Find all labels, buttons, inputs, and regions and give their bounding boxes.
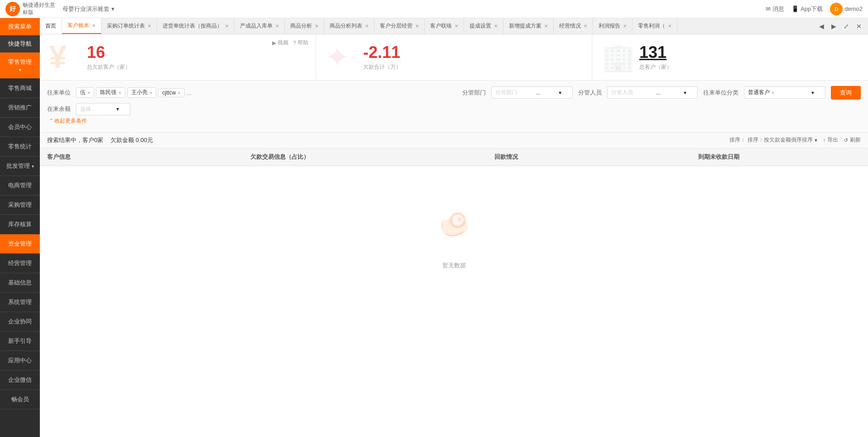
- sidebar-search[interactable]: 搜索菜单: [0, 18, 40, 35]
- sidebar-item-member[interactable]: 会员中心: [0, 118, 40, 137]
- app-download-button[interactable]: 📱 App下载: [791, 5, 823, 13]
- tab-close-product-warehousing[interactable]: ✕: [275, 24, 279, 28]
- sidebar-item-company-coop[interactable]: 企业协同: [0, 312, 40, 332]
- app-selector[interactable]: 母婴行业演示账套 ▾: [59, 3, 118, 15]
- query-button[interactable]: 查询: [831, 86, 861, 100]
- tab-close-improve-settings[interactable]: ✕: [494, 24, 498, 28]
- filter-tag-chen[interactable]: 陈民强 ×: [96, 87, 125, 98]
- logo-area: 好 畅捷通好生意 标版: [5, 2, 55, 16]
- chevron-down-person: ▾: [684, 90, 686, 96]
- tab-close-incoming-stats[interactable]: ✕: [225, 24, 229, 28]
- stats-row: ¥ 16 总欠款客户（家） ▶ 视频 ? 帮助 ✦ -2.11: [40, 34, 868, 81]
- tab-close-customer-tiered[interactable]: ✕: [415, 24, 419, 28]
- avatar: D: [830, 3, 843, 15]
- collapse-row: ⌃ 收起更多条件: [47, 115, 861, 127]
- filter-row-2: 在来余额 选择... ▾: [47, 103, 861, 115]
- tab-customer-accounts[interactable]: 客户账本 ✕: [62, 18, 101, 34]
- empty-icon: [432, 202, 477, 256]
- empty-state: 暂无数据: [40, 166, 868, 306]
- sidebar-nav[interactable]: 快捷导航: [0, 35, 40, 52]
- col-header-date: 到期未收款日期: [698, 153, 861, 161]
- filter-tag-wu[interactable]: 伍 ×: [76, 87, 94, 98]
- tab-new-improve-plan[interactable]: 新增提成方案 ✕: [504, 18, 554, 34]
- tab-home[interactable]: 首页: [40, 18, 62, 34]
- filter-select-dept[interactable]: 分管部门 ... ▾: [491, 86, 573, 99]
- stat-total-arrears: ✦ -2.11 欠款合计（万）: [316, 34, 592, 80]
- tab-customer-contact[interactable]: 客户联络 ✕: [425, 18, 464, 34]
- help-btn[interactable]: ? 帮助: [293, 39, 308, 47]
- sort-select[interactable]: 排序： 排序：按欠款金额倒序排序 ▾: [729, 136, 817, 144]
- sidebar-item-ecommerce[interactable]: 电商管理: [0, 176, 40, 195]
- tab-incoming-stats[interactable]: 进货单统计表（按商品） ✕: [157, 18, 235, 34]
- tab-close-product-analysis[interactable]: ✕: [315, 24, 318, 28]
- tab-product-analysis-list[interactable]: 商品分析列表 ✕: [324, 18, 374, 34]
- tab-close-business-situation[interactable]: ✕: [584, 24, 587, 28]
- tab-close-product-analysis-list[interactable]: ✕: [365, 24, 369, 28]
- sidebar-item-sys-mgmt[interactable]: 系统管理: [0, 293, 40, 312]
- sidebar-item-retail-mgmt[interactable]: 零售管理 ▾: [0, 52, 40, 79]
- result-bar: 搜索结果中，客户0家 欠款金额 0.00元 排序： 排序：按欠款金额倒序排序 ▾…: [40, 133, 868, 148]
- tab-close-purchase-order-stats[interactable]: ✕: [148, 24, 151, 28]
- logo-text: 畅捷通好生意 标版: [23, 2, 55, 16]
- filter-more-icon[interactable]: ...: [187, 89, 192, 96]
- filter-select-person[interactable]: 分管人员 ... ▾: [607, 86, 698, 99]
- sidebar-item-finance[interactable]: 资金管理: [0, 234, 40, 254]
- tab-close-customer-contact[interactable]: ✕: [455, 24, 458, 28]
- export-button[interactable]: ↑ 导出: [823, 136, 838, 144]
- col-header-repay: 回款情况: [494, 153, 698, 161]
- tab-product-analysis[interactable]: 商品分析 ✕: [285, 18, 324, 34]
- tab-improve-settings[interactable]: 提成设置 ✕: [464, 18, 504, 34]
- tab-business-situation[interactable]: 经营情况 ✕: [554, 18, 593, 34]
- content-area: 首页 客户账本 ✕ 采购订单统计表 ✕ 进货单统计表（按商品） ✕ 产成品入库单…: [40, 18, 868, 437]
- tab-close-all-btn[interactable]: ✕: [854, 23, 864, 30]
- tab-prev-btn[interactable]: ◀: [816, 23, 827, 30]
- tab-close-profit-report[interactable]: ✕: [623, 24, 627, 28]
- sidebar-item-wholesale[interactable]: 批发管理 ▾: [0, 157, 40, 176]
- tab-customer-tiered[interactable]: 客户分层经营 ✕: [374, 18, 425, 34]
- top-bar-left: 好 畅捷通好生意 标版 母婴行业演示账套 ▾: [5, 2, 118, 16]
- video-icon: ▶: [272, 40, 276, 46]
- stat-total-debtors: ¥ 16 总欠款客户（家） ▶ 视频 ? 帮助: [40, 34, 316, 80]
- sidebar-item-basic-info[interactable]: 基础信息: [0, 273, 40, 293]
- stat-label-3: 总客户（家）: [639, 63, 672, 71]
- collapse-button[interactable]: ⌃ 收起更多条件: [49, 117, 859, 125]
- sidebar-item-operation[interactable]: 经营管理: [0, 254, 40, 273]
- sidebar-item-retail-store[interactable]: 零售商城: [0, 79, 40, 98]
- filter-area: 往来单位 伍 × 陈民强 × 王小亮 ×: [40, 81, 868, 133]
- tab-close-new-improve-plan[interactable]: ✕: [544, 24, 548, 28]
- message-button[interactable]: ✉ 消息: [766, 5, 784, 13]
- stat-top-actions: ▶ 视频 ? 帮助: [272, 39, 308, 47]
- table-header: 客户信息 欠款交易信息（占比） 回款情况 到期未收款日期: [40, 148, 868, 166]
- tab-profit-report[interactable]: 利润报告 ✕: [593, 18, 633, 34]
- sidebar-item-marketing[interactable]: 营销推广: [0, 98, 40, 118]
- remove-tag-wu[interactable]: ×: [87, 90, 90, 95]
- sidebar-item-app-center[interactable]: 应用中心: [0, 351, 40, 370]
- sidebar-item-member2[interactable]: 畅会员: [0, 390, 40, 409]
- tab-close-retail-profit[interactable]: ✕: [668, 24, 671, 28]
- tab-maximize-btn[interactable]: ⤢: [841, 23, 852, 30]
- remove-tag-wang[interactable]: ×: [149, 90, 152, 95]
- tab-purchase-order-stats[interactable]: 采购订单统计表 ✕: [101, 18, 157, 34]
- user-profile[interactable]: D demo2: [830, 3, 863, 15]
- filter-select-balance[interactable]: 选择... ▾: [76, 103, 130, 115]
- col-header-customer: 客户信息: [47, 153, 250, 161]
- tab-next-btn[interactable]: ▶: [829, 23, 839, 30]
- filter-tag-cjttcw[interactable]: cjttcw ×: [158, 88, 184, 97]
- sidebar-item-purchase[interactable]: 采购管理: [0, 195, 40, 215]
- remove-tag-cjttcw[interactable]: ×: [177, 90, 180, 95]
- tab-close-customer-accounts[interactable]: ✕: [92, 23, 96, 28]
- filter-select-category[interactable]: 普通客户 × ▾: [744, 86, 825, 99]
- tab-retail-profit[interactable]: 零售利润（ ✕: [633, 18, 677, 34]
- filter-tag-category[interactable]: 普通客户 ×: [748, 89, 774, 96]
- top-bar-right: ✉ 消息 📱 App下载 D demo2: [766, 3, 863, 15]
- video-btn[interactable]: ▶ 视频: [272, 39, 288, 47]
- remove-tag-chen[interactable]: ×: [118, 90, 121, 95]
- sidebar-item-retail-stat[interactable]: 零售统计: [0, 137, 40, 157]
- sidebar-item-new-guide[interactable]: 新手引导: [0, 332, 40, 351]
- filter-tag-wang[interactable]: 王小亮 ×: [127, 87, 156, 98]
- refresh-button[interactable]: ↺ 刷新: [844, 136, 861, 144]
- sidebar-item-enterprise-wechat[interactable]: 企业微信: [0, 370, 40, 390]
- sidebar-item-inventory[interactable]: 库存核算: [0, 215, 40, 234]
- remove-category[interactable]: ×: [772, 90, 774, 95]
- tab-product-warehousing[interactable]: 产成品入库单 ✕: [235, 18, 285, 34]
